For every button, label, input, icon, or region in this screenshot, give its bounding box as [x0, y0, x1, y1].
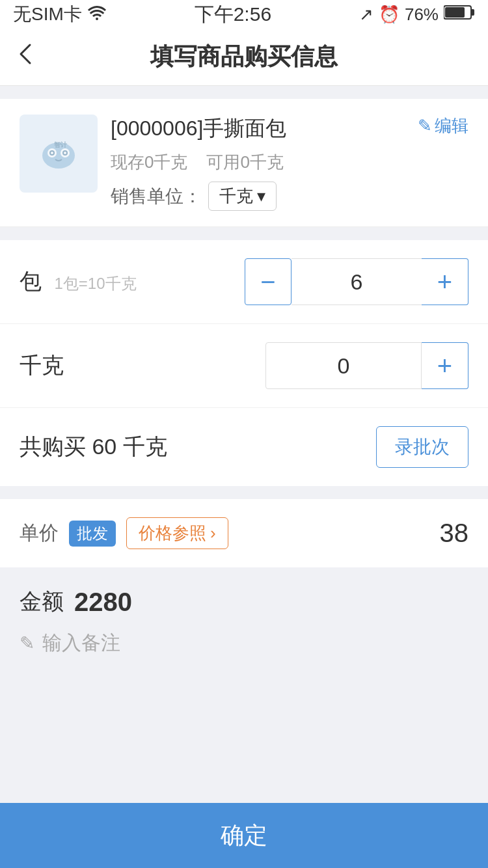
- chevron-right-icon: ›: [210, 523, 216, 543]
- svg-point-9: [64, 152, 66, 154]
- battery-icon: [444, 5, 475, 25]
- price-type-tag: 批发: [69, 521, 116, 547]
- batch-button[interactable]: 录批次: [376, 426, 468, 468]
- kg-qty-row: 千克 +: [0, 324, 488, 408]
- back-button[interactable]: [16, 40, 34, 74]
- chevron-down-icon: ▾: [257, 186, 265, 206]
- kg-controls: +: [265, 342, 468, 389]
- total-text: 共购买 60 千克: [20, 432, 376, 462]
- svg-text:智计: 智计: [53, 141, 68, 148]
- unit-selector[interactable]: 千克 ▾: [208, 182, 277, 211]
- total-row: 共购买 60 千克 录批次: [0, 408, 488, 486]
- bao-hint: 1包=10千克: [54, 275, 136, 292]
- amount-row: 金额 2280: [20, 587, 468, 617]
- product-logo-icon: 智计: [36, 137, 81, 170]
- remark-row[interactable]: ✎ 输入备注: [20, 630, 468, 657]
- svg-rect-1: [471, 9, 474, 16]
- amount-section: 金额 2280 ✎ 输入备注: [0, 567, 488, 670]
- unit-label: 销售单位：: [111, 184, 202, 209]
- bao-qty-row: 包 1包=10千克 − +: [0, 240, 488, 324]
- nav-bar: 填写商品购买信息: [0, 29, 488, 86]
- status-left: 无SIM卡: [13, 2, 107, 27]
- bao-input[interactable]: [291, 258, 422, 305]
- price-label: 单价: [20, 520, 59, 547]
- quantity-section: 包 1包=10千克 − + 千克 + 共购买 60 千克 录批次: [0, 240, 488, 486]
- amount-label: 金额: [20, 587, 64, 617]
- status-bar: 无SIM卡 下午2:56 ↗ ⏰ 76%: [0, 0, 488, 29]
- price-section: 单价 批发 价格参照 › 38: [0, 499, 488, 567]
- status-time: 下午2:56: [195, 1, 271, 28]
- bao-increment-button[interactable]: +: [422, 258, 468, 305]
- location-icon: ↗: [359, 5, 373, 25]
- price-value: 38: [440, 519, 469, 548]
- product-name: [0000006]手撕面包: [111, 115, 405, 143]
- product-image: 智计: [20, 115, 98, 193]
- svg-rect-2: [445, 7, 465, 18]
- carrier-label: 无SIM卡: [13, 2, 82, 27]
- alarm-icon: ⏰: [379, 5, 400, 25]
- bao-decrement-button[interactable]: −: [245, 258, 291, 305]
- confirm-button-label: 确定: [221, 820, 267, 852]
- product-info: [0000006]手撕面包 现存0千克 可用0千克 销售单位： 千克 ▾: [111, 115, 405, 211]
- edit-icon: ✎: [418, 116, 432, 136]
- product-unit-row: 销售单位： 千克 ▾: [111, 182, 405, 211]
- amount-value: 2280: [74, 588, 132, 617]
- remark-placeholder: 输入备注: [42, 630, 120, 657]
- battery-label: 76%: [405, 5, 439, 25]
- kg-input[interactable]: [265, 342, 422, 389]
- status-right: ↗ ⏰ 76%: [359, 5, 475, 25]
- product-stock: 现存0千克 可用0千克: [111, 151, 405, 174]
- price-ref-button[interactable]: 价格参照 ›: [126, 517, 228, 549]
- kg-label: 千克: [20, 351, 265, 381]
- wifi-icon: [87, 4, 107, 25]
- edit-button[interactable]: ✎ 编辑: [418, 115, 468, 137]
- bao-controls: − +: [245, 258, 468, 305]
- pencil-icon: ✎: [20, 632, 34, 654]
- product-card: 智计 [0000006]手撕面包 现存0千克 可用0千克 销售单位： 千克 ▾ …: [0, 99, 488, 227]
- page-title: 填写商品购买信息: [150, 41, 338, 73]
- svg-point-8: [51, 152, 53, 154]
- confirm-bar[interactable]: 确定: [0, 803, 488, 868]
- kg-increment-button[interactable]: +: [422, 342, 468, 389]
- bao-label: 包 1包=10千克: [20, 267, 245, 297]
